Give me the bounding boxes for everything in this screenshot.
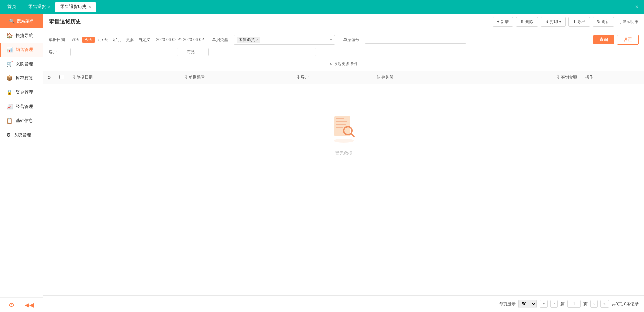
filter-row-1: 单据日期 昨天 今天 近7天 近1月 更多 自定义 2023-06-02 至 2… (49, 35, 639, 45)
delete-button[interactable]: 🗑 删除 (516, 17, 538, 27)
page-number-input[interactable] (567, 300, 581, 308)
customer-input[interactable]: ... (70, 48, 178, 56)
sidebar-item-sales-mgmt[interactable]: 📊 销售管理 (0, 43, 43, 57)
quick-nav-icon: 🏠 (6, 32, 13, 39)
tab-home[interactable]: 首页 (3, 2, 21, 12)
sort-amount-icon[interactable]: ⇅ (556, 75, 559, 80)
date-filter-item: 单据日期 昨天 今天 近7天 近1月 更多 自定义 2023-06-02 至 2… (49, 37, 204, 43)
svg-rect-2 (336, 118, 344, 119)
top-bar: 首页 零售退货 × 零售退货历史 × × (0, 0, 644, 14)
number-filter-item: 单据编号 (343, 36, 466, 44)
svg-rect-5 (336, 127, 343, 128)
date-btn-yesterday[interactable]: 昨天 (70, 37, 81, 43)
date-btn-custom[interactable]: 自定义 (137, 37, 152, 43)
first-page-button[interactable]: « (540, 300, 548, 308)
select-all-checkbox[interactable] (59, 75, 64, 79)
number-input[interactable] (365, 36, 466, 44)
window-close-icon[interactable]: × (632, 2, 641, 12)
show-detail-checkbox-label[interactable]: 显示明细 (617, 19, 639, 25)
setting-button[interactable]: 设置 (617, 35, 639, 45)
type-dropdown-icon: ▾ (330, 37, 332, 42)
svg-line-7 (351, 134, 354, 137)
table-header-number: ⇅ 单据编号 (180, 71, 292, 84)
page-size-select[interactable]: 20 50 100 (518, 300, 537, 308)
customer-filter-item: 客户 ... (49, 48, 178, 56)
main-layout: 🔍 搜索菜单 🏠 快捷导航 📊 销售管理 🛒 采购管理 📦 库存核算 🔒 资金管… (0, 14, 644, 312)
sidebar: 🔍 搜索菜单 🏠 快捷导航 📊 销售管理 🛒 采购管理 📦 库存核算 🔒 资金管… (0, 14, 43, 312)
last-page-button[interactable]: » (600, 300, 609, 308)
filter-row-2: 客户 ... 商品 ... (49, 48, 639, 56)
page-label: 第 (560, 301, 565, 307)
tab-history-close[interactable]: × (89, 5, 91, 9)
type-selector[interactable]: 零售退货 × ▾ (234, 35, 335, 45)
total-info: 共0页, 0条记录 (612, 301, 639, 307)
date-btn-last7[interactable]: 近7天 (96, 37, 109, 43)
sidebar-item-basic-info[interactable]: 📋 基础信息 (0, 114, 43, 128)
print-button[interactable]: 🖨 打印 ▾ (541, 17, 566, 27)
sort-customer-icon[interactable]: ⇅ (296, 75, 300, 80)
svg-rect-3 (336, 121, 347, 122)
type-filter-label: 单据类型 (212, 37, 231, 43)
volume-bottom-icon[interactable]: ◀◀ (25, 301, 34, 309)
collapse-button[interactable]: ∧ 收起更多条件 (329, 61, 358, 67)
sort-number-icon[interactable]: ⇅ (184, 75, 187, 80)
purchase-icon: 🛒 (6, 61, 13, 67)
customer-filter-label: 客户 (49, 49, 68, 55)
add-button[interactable]: + 新增 (493, 17, 513, 27)
sort-guide-icon[interactable]: ⇅ (377, 75, 380, 80)
date-buttons: 昨天 今天 近7天 近1月 更多 自定义 (70, 37, 152, 43)
filter-area: 单据日期 昨天 今天 近7天 近1月 更多 自定义 2023-06-02 至 2… (43, 30, 644, 71)
svg-rect-4 (336, 124, 346, 125)
empty-illustration (327, 111, 361, 145)
table-header-settings[interactable]: ⚙ (43, 71, 55, 84)
empty-state-row: 暂无数据 (43, 84, 644, 184)
sales-icon: 📊 (6, 47, 13, 53)
table-header-action: 操作 (581, 71, 644, 84)
collapse-row: ∧ 收起更多条件 (49, 60, 639, 67)
date-range-display: 2023-06-02 至 2023-06-02 (156, 37, 204, 43)
sidebar-item-system-mgmt[interactable]: ⚙ 系统管理 (0, 128, 43, 142)
page-actions: + 新增 🗑 删除 🖨 打印 ▾ ⬆ 导出 ↻ 刷新 显示明细 (493, 17, 639, 27)
tab-retail-return[interactable]: 零售退货 × (24, 2, 55, 12)
date-btn-last1m[interactable]: 近1月 (111, 37, 124, 43)
sort-date-icon[interactable]: ⇅ (72, 75, 75, 80)
system-icon: ⚙ (6, 132, 11, 138)
export-button[interactable]: ⬆ 导出 (568, 17, 590, 27)
prev-page-button[interactable]: ‹ (550, 300, 558, 308)
sidebar-item-purchase-mgmt[interactable]: 🛒 采购管理 (0, 57, 43, 71)
tab-retail-return-close[interactable]: × (48, 5, 50, 9)
date-btn-today[interactable]: 今天 (82, 37, 95, 43)
search-icon: 🔍 (9, 19, 15, 24)
tab-retail-return-history[interactable]: 零售退货历史 × (55, 2, 95, 12)
sidebar-search[interactable]: 🔍 搜索菜单 (0, 14, 43, 28)
settings-bottom-icon[interactable]: ⚙ (9, 301, 14, 309)
refresh-button[interactable]: ↻ 刷新 (593, 17, 614, 27)
goods-input[interactable]: ... (208, 48, 316, 56)
table-area: ⚙ ⇅ 单据日期 ⇅ 单据编号 (43, 71, 644, 295)
next-page-button[interactable]: › (590, 300, 598, 308)
svg-point-8 (345, 128, 350, 133)
settings-gear-icon[interactable]: ⚙ (47, 75, 51, 80)
sidebar-item-operations-mgmt[interactable]: 📈 经营管理 (0, 99, 43, 114)
goods-filter-label: 商品 (187, 49, 206, 55)
pagination: 每页显示 20 50 100 « ‹ 第 页 › » 共0页, 0条记录 (43, 295, 644, 312)
table-header-customer: ⇅ 客户 (292, 71, 373, 84)
collapse-up-icon: ∧ (329, 62, 332, 66)
query-actions: 查询 设置 (593, 35, 639, 45)
empty-text: 暂无数据 (335, 150, 353, 156)
sidebar-item-finance-mgmt[interactable]: 🔒 资金管理 (0, 85, 43, 99)
table-header-checkbox-th[interactable] (55, 71, 68, 84)
table-header-amount: ⇅ 实销金额 (469, 71, 581, 84)
show-detail-checkbox[interactable] (617, 20, 621, 24)
content-area: 零售退货历史 + 新增 🗑 删除 🖨 打印 ▾ ⬆ 导出 ↻ 刷新 (43, 14, 644, 312)
sidebar-item-inventory-check[interactable]: 📦 库存核算 (0, 71, 43, 85)
table-body: 暂无数据 (43, 84, 644, 184)
type-tag-close[interactable]: × (256, 38, 258, 42)
basic-info-icon: 📋 (6, 118, 13, 124)
date-btn-more[interactable]: 更多 (125, 37, 136, 43)
sidebar-item-quick-nav[interactable]: 🏠 快捷导航 (0, 28, 43, 43)
page-title: 零售退货历史 (49, 18, 81, 25)
query-button[interactable]: 查询 (593, 35, 614, 44)
page-size-label: 每页显示 (499, 301, 516, 307)
date-filter-label: 单据日期 (49, 37, 68, 43)
